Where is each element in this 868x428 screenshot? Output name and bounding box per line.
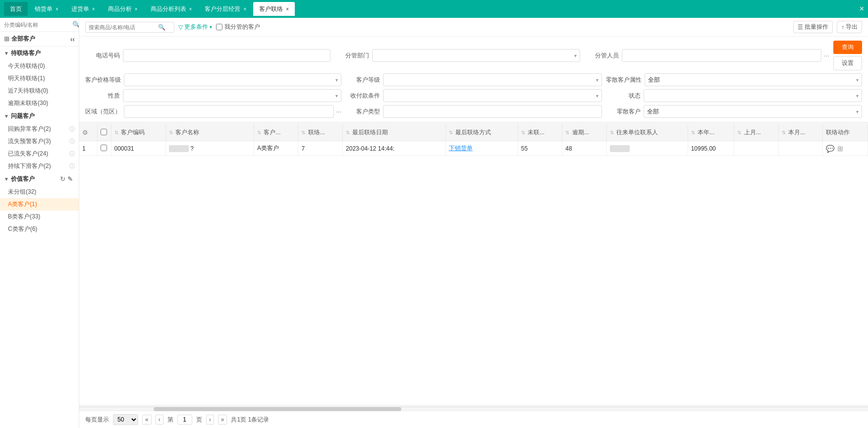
sidebar-item-churned[interactable]: 已流失客户(24) ⓘ [0,148,79,160]
customer-type-select[interactable] [383,105,601,118]
tab-product-analysis-list-label: 商品分析列表 [151,5,186,13]
next-page-button[interactable]: › [206,415,214,425]
retail-customer-select[interactable]: 全部 ▾ [644,105,862,118]
sort-icon-last-month: ⇅ [737,130,741,135]
query-button[interactable]: 查询 [833,41,862,54]
col-type: ⇅ 客户... [254,124,298,141]
row-type: A类客户 [254,141,298,156]
sidebar-item-unclassified[interactable]: 未分组(32) [0,186,79,198]
sidebar-all-customers: ⊞ 全部客户 ‹‹ [0,32,79,47]
top-navigation: 首页 销货单 × 进货单 × 商品分析 × 商品分析列表 × 客户分层经营 × … [0,0,868,18]
sidebar-item-7days[interactable]: 近7天待联络(0) [0,85,79,97]
sidebar-item-churn-warning[interactable]: 流失预警客户(3) ⓘ [0,135,79,148]
sidebar-item-class-a[interactable]: A类客户(1) [0,198,79,211]
payment-caret: ▾ [596,93,598,99]
tab-sales-label: 销货单 [35,5,53,13]
chat-icon[interactable]: 💬 [826,145,834,153]
batch-operations-button[interactable]: ☰ 批量操作 [793,21,833,33]
payment-label: 收付款条件 [345,92,380,100]
sidebar-item-overdue[interactable]: 逾期未联络(30) [0,97,79,109]
grid-icon: ⊞ [4,35,9,43]
filter-bar: 🔍 ▽ 更多条件 ▾ 我分管的客户 ☰ 批量操作 ↑ 导出 [79,18,868,37]
page-suffix: 页 [196,416,202,424]
total-records-label: 共1页 1条记录 [231,416,269,424]
last-contact-method-link[interactable]: 下销货单 [449,145,473,152]
nature-field: 性质 ▾ [85,89,341,102]
sidebar-group-value[interactable]: ▼ 价值客户 ↻ ✎ [0,172,79,186]
customer-type-label: 客户类型 [345,107,380,116]
sidebar-item-repurchase-abnormal[interactable]: 回购异常客户(2) ⓘ [0,123,79,135]
more-conditions-button[interactable]: ▽ 更多条件 ▾ [178,23,212,31]
row-actions: 💬 ⊞ [823,141,868,156]
sidebar-item-declining[interactable]: 持续下滑客户(2) ⓘ [0,160,79,172]
scrollbar-thumb[interactable] [154,407,401,411]
table-row: 1 000031 Ea ? A类客户 7 2023-04-12 14:44: [79,141,868,156]
sidebar-group-pending[interactable]: ▼ 待联络客户 [0,47,79,60]
manager-dots-icon[interactable]: ··· [823,52,829,59]
status-select[interactable]: ▾ [644,89,862,102]
table-settings-icon[interactable]: ⚙ [82,129,88,136]
tab-sales-close[interactable]: × [55,6,58,12]
sidebar-item-tomorrow[interactable]: 明天待联络(1) [0,72,79,85]
tab-home[interactable]: 首页 [4,2,28,16]
col-checkbox [97,124,111,141]
tab-product-analysis-close[interactable]: × [135,6,138,12]
my-customers-checkbox[interactable] [216,24,222,30]
refresh-icon[interactable]: ↻ [60,175,65,183]
info-icon-4: ⓘ [69,162,75,170]
sort-icon-contact: ⇅ [301,130,305,135]
sidebar-item-today[interactable]: 今天待联络(0) [0,60,79,72]
tab-product-analysis-list-close[interactable]: × [189,6,192,12]
contacts-blurred: RE . [610,145,630,152]
tab-purchase-close[interactable]: × [92,6,95,12]
window-close-button[interactable]: × [860,4,864,13]
tab-product-analysis[interactable]: 商品分析 × [102,2,144,16]
tab-product-analysis-list[interactable]: 商品分析列表 × [145,2,198,16]
select-all-checkbox[interactable] [101,129,107,135]
settings-button[interactable]: 设置 [833,56,862,70]
info-icon-3: ⓘ [69,150,75,158]
department-label: 分管部门 [334,52,369,60]
horizontal-scrollbar[interactable] [79,407,868,411]
sidebar-item-class-b[interactable]: B类客户(33) [0,211,79,223]
qrcode-icon[interactable]: ⊞ [837,145,843,153]
sidebar-search-container: 🔍 [0,18,79,32]
phone-input[interactable] [123,49,330,62]
col-last-contact-method: ⇅ 最后联络方式 [445,124,518,141]
tab-customer-segment-close[interactable]: × [243,6,246,12]
nature-select[interactable]: ▾ [123,89,341,102]
sidebar-search-input[interactable] [4,22,72,28]
sidebar-group-value-label: 价值客户 [11,175,35,183]
row-no-contact-days: 55 [518,141,562,156]
price-level-select[interactable]: ▾ [124,73,341,86]
export-button[interactable]: ↑ 导出 [837,21,862,33]
per-page-select[interactable]: 50 100 [113,414,138,425]
manager-select[interactable] [622,49,822,62]
row-checkbox[interactable] [101,145,107,151]
status-label: 状态 [606,92,641,100]
tab-customer-segment[interactable]: 客户分层经营 × [199,2,252,16]
filter-search-input[interactable] [89,24,158,30]
department-field: 分管部门 ▾ [334,49,580,62]
region-dots-icon[interactable]: ··· [336,107,342,115]
customer-level-select[interactable]: ▾ [383,73,601,86]
tab-purchase[interactable]: 进货单 × [65,2,101,16]
page-number-input[interactable] [177,415,192,425]
arrow-down-icon: ▼ [4,51,9,56]
sidebar-item-class-c[interactable]: C类客户(6) [0,223,79,235]
prev-page-button[interactable]: ‹ [156,415,163,425]
department-select[interactable]: ▾ [372,49,580,62]
sidebar-collapse-icon[interactable]: ‹‹ [70,35,75,43]
last-page-button[interactable]: » [218,415,227,425]
sidebar-group-problem[interactable]: ▼ 问题客户 [0,109,79,123]
manager-field: 分管人员 ··· [584,49,829,62]
tab-sales[interactable]: 销货单 × [29,2,64,16]
retail-attr-select[interactable]: 全部 ▾ [645,73,862,86]
tab-customer-contact-close[interactable]: × [286,6,289,12]
tab-customer-contact[interactable]: 客户联络 × [253,2,295,16]
payment-select[interactable]: ▾ [383,89,601,102]
sort-icon-type: ⇅ [257,130,261,135]
edit-icon[interactable]: ✎ [67,175,73,183]
region-select[interactable] [124,105,334,118]
first-page-button[interactable]: « [142,415,152,425]
